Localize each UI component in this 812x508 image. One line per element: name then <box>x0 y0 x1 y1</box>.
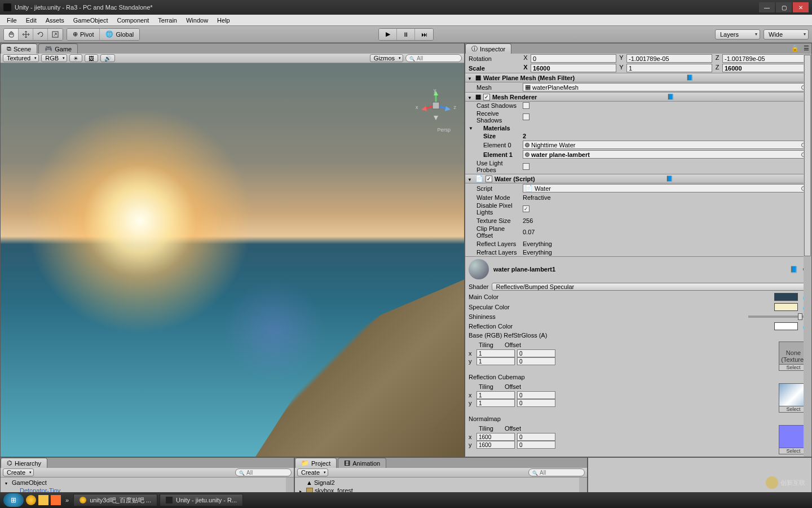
rotation-y-input[interactable] <box>626 54 712 63</box>
scene-image-toggle[interactable]: 🖼 <box>85 54 98 62</box>
project-search[interactable] <box>528 468 585 476</box>
water-script-field[interactable]: 📄 Water <box>523 184 808 192</box>
menu-gameobject[interactable]: GameObject <box>69 16 113 25</box>
tab-hierarchy[interactable]: ⌬ Hierarchy <box>1 458 47 468</box>
inspector-scrollbar[interactable] <box>804 54 811 457</box>
base-offset-x[interactable] <box>517 349 555 357</box>
menu-assets[interactable]: Assets <box>41 16 69 25</box>
gizmo-z-label: z <box>454 104 457 110</box>
scale-tool-button[interactable] <box>48 29 63 40</box>
scale-x-input[interactable] <box>531 64 616 72</box>
menu-file[interactable]: File <box>2 16 21 25</box>
water-enable-checkbox[interactable] <box>486 176 492 182</box>
project-item[interactable]: ▲Signal2 <box>297 479 585 487</box>
specular-color-swatch[interactable] <box>774 303 798 311</box>
hierarchy-create-dropdown[interactable]: Create <box>3 468 34 476</box>
cube-tiling-y[interactable] <box>476 399 515 407</box>
hierarchy-search[interactable] <box>235 468 292 476</box>
taskbar-browser-task[interactable]: unity3d吧_百度贴吧 ... <box>73 494 157 506</box>
taskbar-chrome-icon[interactable] <box>26 495 36 505</box>
rotate-tool-button[interactable] <box>33 29 48 40</box>
meshrenderer-enable-checkbox[interactable] <box>483 94 490 100</box>
project-create-dropdown[interactable]: Create <box>297 468 328 476</box>
mesh-field[interactable]: ▦ waterPlaneMesh <box>523 83 808 91</box>
scene-search[interactable] <box>405 54 462 62</box>
taskbar-unity-task[interactable]: Unity - jietu.unity - R... <box>160 494 243 506</box>
global-toggle[interactable]: 🌐 Global <box>100 29 139 40</box>
expand-arrow-icon[interactable] <box>5 479 10 486</box>
norm-offset-x[interactable] <box>517 433 555 441</box>
material-help-icon[interactable]: 📘 <box>790 266 798 273</box>
taskbar-folder-icon[interactable] <box>38 495 48 505</box>
menu-help[interactable]: Help <box>213 16 235 25</box>
main-color-swatch[interactable] <box>774 293 798 301</box>
norm-tiling-x[interactable] <box>476 433 515 441</box>
meshrenderer-header[interactable]: ▦ Mesh Renderer📘⚙ <box>465 92 811 102</box>
scale-z-input[interactable] <box>722 64 808 72</box>
light-probes-checkbox[interactable] <box>523 163 529 170</box>
scene-light-toggle[interactable]: ☀ <box>69 54 82 62</box>
menu-edit[interactable]: Edit <box>21 16 41 25</box>
water-script-header[interactable]: 📄 Water (Script)📘⚙ <box>465 174 811 183</box>
receive-shadows-checkbox[interactable] <box>523 113 529 120</box>
material-element0-field[interactable]: Nighttime Water <box>523 141 808 149</box>
scene-search-input[interactable] <box>417 55 451 62</box>
hierarchy-item[interactable]: GameObject <box>3 479 292 487</box>
shader-dropdown[interactable]: Reflective/Bumped Specular <box>492 283 808 291</box>
move-tool-button[interactable] <box>19 29 33 40</box>
cube-offset-x[interactable] <box>517 391 555 399</box>
shininess-slider[interactable] <box>748 316 805 318</box>
meshfilter-help-icon[interactable]: 📘 <box>686 75 693 81</box>
menu-component[interactable]: Component <box>112 16 153 25</box>
scene-shading-dropdown[interactable]: Textured <box>3 54 39 62</box>
scene-rendermode-dropdown[interactable]: RGB <box>41 54 67 62</box>
window-close-button[interactable]: ✕ <box>793 2 809 12</box>
menu-terrain[interactable]: Terrain <box>153 16 182 25</box>
tab-animation[interactable]: 🎞 Animation <box>338 458 386 468</box>
rotation-x-input[interactable] <box>531 54 616 63</box>
tab-inspector[interactable]: ⓘ Inspector <box>465 43 511 54</box>
scene-gizmos-dropdown[interactable]: Gizmos <box>370 54 403 62</box>
cast-shadows-checkbox[interactable] <box>523 102 529 109</box>
scene-audio-toggle[interactable]: 🔊 <box>100 54 115 62</box>
reflect-layers-value: Everything <box>523 240 552 247</box>
start-button[interactable]: ⊞ <box>3 493 24 507</box>
tab-project[interactable]: 📁 Project <box>295 458 337 468</box>
menu-window[interactable]: Window <box>182 16 213 25</box>
cube-tiling-x[interactable] <box>476 391 515 399</box>
material-element1-field[interactable]: water plane-lambert <box>523 150 808 159</box>
meshfilter-header[interactable]: ▦ Water Plane Mesh (Mesh Filter)📘⚙ <box>465 73 811 82</box>
pause-button[interactable]: ⏸ <box>397 29 415 40</box>
cube-offset-y[interactable] <box>517 399 555 407</box>
play-button[interactable]: ▶ <box>379 29 397 40</box>
window-minimize-button[interactable]: — <box>759 2 775 12</box>
orientation-gizmo[interactable]: y x z Persp <box>419 89 453 122</box>
rotation-z-input[interactable] <box>722 54 808 63</box>
inspector-lock-icon[interactable]: 🔒 <box>789 43 801 54</box>
project-search-input[interactable] <box>540 470 573 476</box>
inspector-menu-icon[interactable]: ☰ <box>801 43 811 54</box>
hand-tool-button[interactable] <box>4 29 19 40</box>
norm-tiling-y[interactable] <box>476 441 515 449</box>
layers-dropdown[interactable]: Layers <box>715 29 760 40</box>
hierarchy-search-input[interactable] <box>246 470 280 476</box>
pivot-toggle[interactable]: ⊕ Pivot <box>67 29 100 40</box>
scale-y-input[interactable] <box>626 64 712 72</box>
reflection-color-swatch[interactable] <box>774 322 798 330</box>
water-help-icon[interactable]: 📘 <box>666 176 673 182</box>
window-maximize-button[interactable]: ▢ <box>776 2 792 12</box>
meshrenderer-help-icon[interactable]: 📘 <box>667 94 674 100</box>
tab-game[interactable]: 🎮 Game <box>38 43 78 54</box>
scene-viewport[interactable]: y x z Persp <box>1 63 464 457</box>
base-tiling-x[interactable] <box>476 349 515 357</box>
base-offset-y[interactable] <box>517 357 555 365</box>
disable-pixel-lights-checkbox[interactable] <box>523 205 529 212</box>
taskbar-app-icon[interactable] <box>51 495 61 505</box>
layout-dropdown[interactable]: Wide <box>764 29 809 40</box>
material-name: water plane-lambert1 <box>493 266 555 273</box>
base-tiling-y[interactable] <box>476 357 515 365</box>
step-button[interactable]: ⏭ <box>415 29 433 40</box>
norm-offset-y[interactable] <box>517 441 555 449</box>
tab-scene[interactable]: ⧉ Scene <box>1 43 37 54</box>
taskbar-chevron-icon[interactable]: » <box>63 497 71 503</box>
